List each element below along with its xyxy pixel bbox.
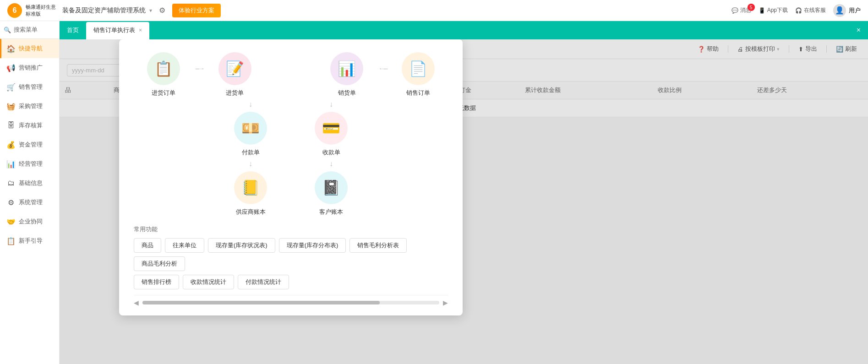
enterprise-icon: 🤝 <box>7 217 15 226</box>
purchase-order-label: 进货订单 <box>152 89 175 97</box>
flow-node-payment[interactable]: 💴 付款单 <box>221 112 280 157</box>
sidebar-label-finance: 资金管理 <box>19 141 43 149</box>
system-icon: ⚙ <box>7 198 15 206</box>
btn-payment-stats[interactable]: 付款情况统计 <box>238 275 289 289</box>
btn-sales-rank[interactable]: 销售排行榜 <box>134 275 179 289</box>
system-title: 装备及固定资产辅助管理系统 <box>62 6 146 15</box>
purchase-bill-icon: 📝 <box>218 52 251 85</box>
tab-sales-order[interactable]: 销售订单执行表 × <box>86 22 149 40</box>
arrow-po-to-pb: - - - - → <box>193 65 205 72</box>
finance-icon: 💰 <box>7 141 15 149</box>
common-buttons-row1: 商品 往来单位 现存量(库存状况表) 现存量(库存分布表) 销售毛利分析表 商品… <box>134 238 448 271</box>
flow-section: 📋 进货订单 - - - - → <box>134 52 448 216</box>
btn-counterpart[interactable]: 往来单位 <box>165 238 204 253</box>
message-badge: 5 <box>748 4 755 11</box>
arrow-pay-down: ↓ <box>221 157 280 171</box>
message-icon: 💬 <box>732 7 738 14</box>
tab-home[interactable]: 首页 <box>60 21 86 39</box>
service-icon: 🎧 <box>795 7 802 14</box>
scroll-left[interactable]: ◀ <box>134 299 139 306</box>
sidebar-label-system: 系统管理 <box>19 198 43 206</box>
sales-bill-icon: 📊 <box>330 52 363 85</box>
logo-icon: 6 <box>7 3 22 18</box>
popup-overlay[interactable]: 📋 进货订单 - - - - → <box>60 39 868 364</box>
header-right: 💬 消息 5 📱 App下载 🎧 在线客服 👤 用户 <box>732 4 861 17</box>
user-area[interactable]: 👤 用户 <box>833 4 861 17</box>
operations-icon: 📊 <box>7 160 15 168</box>
scroll-thumb <box>142 301 380 304</box>
app-icon: 📱 <box>759 7 765 14</box>
app-download-button[interactable]: 📱 App下载 <box>759 6 788 14</box>
inventory-icon: 🗄 <box>7 121 15 130</box>
flow-node-receipt[interactable]: 💳 收款单 <box>301 112 361 157</box>
sidebar-item-marketing[interactable]: 📢 营销推广 <box>0 58 59 77</box>
sidebar-label-marketing: 营销推广 <box>19 64 43 72</box>
sidebar-label-sales: 销售管理 <box>19 83 43 91</box>
tab-bar-right: × <box>857 26 868 34</box>
sidebar-label-inventory: 库存核算 <box>19 121 43 130</box>
sidebar-label-enterprise: 企业协同 <box>19 217 43 226</box>
sidebar-item-sales[interactable]: 🛒 销售管理 <box>0 77 59 97</box>
flow-row-3: 📒 供应商账本 📓 客户账本 <box>134 171 448 216</box>
sidebar-item-newbie[interactable]: 📋 新手引导 <box>0 231 59 250</box>
message-button[interactable]: 💬 消息 5 <box>732 6 751 14</box>
sidebar-item-enterprise[interactable]: 🤝 企业协同 <box>0 212 59 231</box>
arrow-rec-down: ↓ <box>301 157 361 171</box>
search-menu[interactable]: 🔍 搜索菜单 <box>0 21 59 39</box>
sidebar-item-system[interactable]: ⚙ 系统管理 <box>0 193 59 212</box>
tab-bar: 首页 销售订单执行表 × × <box>60 21 868 39</box>
sales-order-icon: 📄 <box>402 52 435 85</box>
common-buttons-row2: 销售排行榜 收款情况统计 付款情况统计 <box>134 275 448 289</box>
marketing-icon: 📢 <box>7 64 15 72</box>
flow-row-arrows: ↓ ↓ <box>134 97 448 112</box>
receipt-label: 收款单 <box>322 148 340 157</box>
content-panel: 首页 销售订单执行表 × × ❓ 帮助 <box>60 21 868 364</box>
sidebar-label-purchase: 采购管理 <box>19 102 43 110</box>
sidebar-item-purchase[interactable]: 🧺 采购管理 <box>0 97 59 116</box>
newbie-icon: 📋 <box>7 237 15 245</box>
sidebar-label-newbie: 新手引导 <box>19 237 43 245</box>
purchase-bill-label: 进货单 <box>226 89 244 97</box>
flow-node-supplier-account[interactable]: 📒 供应商账本 <box>221 171 280 216</box>
sidebar-item-quick-guide[interactable]: 🏠 快捷导航 <box>0 39 59 58</box>
receipt-icon: 💳 <box>315 112 348 145</box>
common-section: 常用功能 商品 往来单位 现存量(库存状况表) 现存量(库存分布表) 销售毛利分… <box>134 225 448 289</box>
payment-label: 付款单 <box>242 148 260 157</box>
sidebar-label-operations: 经营管理 <box>19 160 43 168</box>
btn-product-margin[interactable]: 商品毛利分析 <box>134 256 185 271</box>
arrow-so-to-sb: ← - - - - <box>377 65 388 72</box>
flow-node-sales-order[interactable]: 📄 销售订单 <box>388 52 448 97</box>
flow-node-purchase-order[interactable]: 📋 进货订单 <box>134 52 193 97</box>
flow-node-sales-bill[interactable]: 📊 销货单 <box>317 52 377 97</box>
sidebar-item-inventory[interactable]: 🗄 库存核算 <box>0 116 59 135</box>
quick-nav-popup: 📋 进货订单 - - - - → <box>119 39 463 315</box>
home-icon: 🏠 <box>7 44 15 53</box>
arrow-pb-down: ↓ <box>221 97 280 112</box>
sidebar-item-finance[interactable]: 💰 资金管理 <box>0 135 59 154</box>
page-content: ❓ 帮助 🖨 按模板打印 ▾ ⬆ 导出 <box>60 39 868 364</box>
title-dropdown-icon[interactable]: ▾ <box>149 7 152 14</box>
trial-button[interactable]: 体验行业方案 <box>172 4 221 17</box>
btn-inventory-status[interactable]: 现存量(库存状况表) <box>208 238 275 253</box>
btn-product[interactable]: 商品 <box>134 238 161 253</box>
btn-sales-margin[interactable]: 销售毛利分析表 <box>349 238 407 253</box>
close-all-button[interactable]: × <box>857 26 861 34</box>
sales-icon: 🛒 <box>7 83 15 91</box>
scroll-track <box>142 301 439 304</box>
flow-node-customer-account[interactable]: 📓 客户账本 <box>301 171 361 216</box>
flow-row-2: 💴 付款单 💳 收款单 <box>134 112 448 157</box>
flow-node-purchase-bill[interactable]: 📝 进货单 <box>205 52 265 97</box>
flow-row-arrows-2: ↓ ↓ <box>134 157 448 171</box>
sidebar-item-basic[interactable]: 🗂 基础信息 <box>0 174 59 193</box>
btn-receipt-stats[interactable]: 收款情况统计 <box>183 275 234 289</box>
common-title: 常用功能 <box>134 225 448 234</box>
settings-button[interactable]: ⚙ <box>156 4 169 17</box>
tab-close-icon[interactable]: × <box>139 27 142 33</box>
scroll-right[interactable]: ▶ <box>443 299 448 306</box>
sidebar-item-operations[interactable]: 📊 经营管理 <box>0 154 59 174</box>
logo-text: 畅康通好生意 标准版 <box>26 4 56 17</box>
sales-bill-label: 销货单 <box>338 89 356 97</box>
btn-inventory-dist[interactable]: 现存量(库存分布表) <box>279 238 346 253</box>
online-service-button[interactable]: 🎧 在线客服 <box>795 6 826 14</box>
sidebar-label-quick-guide: 快捷导航 <box>19 44 43 53</box>
